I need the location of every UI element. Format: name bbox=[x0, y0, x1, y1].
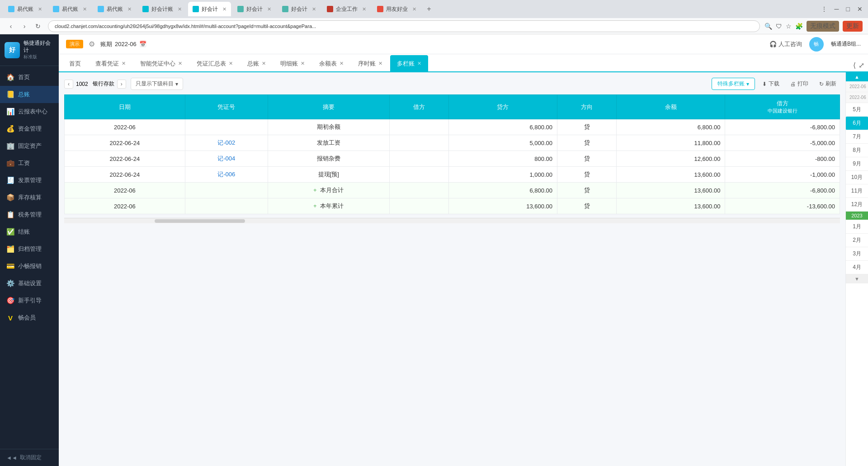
demo-badge[interactable]: 演示 bbox=[66, 40, 83, 48]
browser-tab-9[interactable]: 用友好业 ✕ bbox=[373, 2, 421, 16]
star-icon[interactable]: ☆ bbox=[786, 23, 792, 30]
tab-detail-ledger[interactable]: 明细账 ✕ bbox=[274, 55, 311, 71]
browser-tab-1[interactable]: 易代账 ✕ bbox=[4, 2, 47, 16]
close-tab-smart[interactable]: ✕ bbox=[178, 61, 182, 66]
date-item-july[interactable]: 7月 bbox=[846, 130, 868, 144]
close-tab-3[interactable]: ✕ bbox=[127, 6, 132, 12]
update-button[interactable]: 更新 bbox=[843, 21, 863, 32]
wumao-button[interactable]: 无痕模式 bbox=[807, 21, 839, 32]
sidebar-item-guide[interactable]: 🎯 新手引导 bbox=[0, 292, 59, 309]
tab-voucher[interactable]: 查看凭证 ✕ bbox=[89, 55, 132, 71]
close-tab-1[interactable]: ✕ bbox=[38, 6, 42, 12]
close-tab-multicolumn[interactable]: ✕ bbox=[417, 61, 421, 66]
date-panel-down-button[interactable]: ▼ bbox=[846, 274, 868, 283]
calendar-icon[interactable]: 📅 bbox=[139, 41, 146, 47]
download-button[interactable]: ⬇ 下载 bbox=[759, 78, 783, 89]
sidebar-item-funds[interactable]: 💰 资金管理 bbox=[0, 120, 59, 137]
cell-voucher-4[interactable]: 记-006 bbox=[185, 167, 268, 183]
sidebar-item-settings[interactable]: ⚙️ 基础设置 bbox=[0, 275, 59, 292]
close-tab-voucher[interactable]: ✕ bbox=[122, 61, 126, 66]
filter-subcategory-button[interactable]: 只显示下级科目 ▾ bbox=[131, 78, 183, 90]
sidebar-item-tax[interactable]: 📋 税务管理 bbox=[0, 206, 59, 223]
date-item-feb[interactable]: 2月 bbox=[846, 234, 868, 247]
sidebar-item-reports[interactable]: 📊 云报表中心 bbox=[0, 103, 59, 120]
sidebar-item-ledger[interactable]: 📒 总账 bbox=[0, 86, 59, 103]
tab-balance[interactable]: 余额表 ✕ bbox=[312, 55, 350, 71]
search-icon[interactable]: 🔍 bbox=[764, 23, 772, 30]
horizontal-scrollbar[interactable] bbox=[64, 218, 840, 223]
cell-voucher-3[interactable]: 记-004 bbox=[185, 151, 268, 167]
browser-tab-5[interactable]: 好会计 ✕ bbox=[188, 2, 231, 16]
collapse-left-icon[interactable]: ⟨ bbox=[853, 61, 856, 70]
browser-tab-3[interactable]: 易代账 ✕ bbox=[93, 2, 136, 16]
date-item-nov[interactable]: 11月 bbox=[846, 184, 868, 198]
extensions-icon[interactable]: 🧩 bbox=[795, 23, 803, 30]
close-tab-7[interactable]: ✕ bbox=[312, 6, 316, 12]
back-button[interactable]: ‹ bbox=[5, 21, 16, 32]
sidebar-item-expense[interactable]: 💳 小畅报销 bbox=[0, 258, 59, 275]
date-item-jan[interactable]: 1月 bbox=[846, 220, 868, 234]
topbar-settings-icon[interactable]: ⚙ bbox=[89, 40, 95, 48]
expand-icon[interactable]: ⤢ bbox=[859, 61, 864, 70]
close-tab-2[interactable]: ✕ bbox=[83, 6, 87, 12]
browser-tab-2[interactable]: 易代账 ✕ bbox=[48, 2, 91, 16]
sidebar-item-payroll[interactable]: 💼 工资 bbox=[0, 155, 59, 172]
date-item-apr[interactable]: 4月 bbox=[846, 261, 868, 274]
sidebar-item-inventory[interactable]: 📦 库存核算 bbox=[0, 189, 59, 206]
consult-button[interactable]: 🎧 人工咨询 bbox=[769, 40, 802, 48]
browser-tab-8[interactable]: 企业工作 ✕ bbox=[322, 2, 371, 16]
close-tab-chrono[interactable]: ✕ bbox=[378, 61, 382, 66]
sidebar-item-close[interactable]: ✅ 结账 bbox=[0, 223, 59, 240]
date-panel-up-button[interactable]: ▲ bbox=[846, 72, 868, 81]
close-tab-9[interactable]: ✕ bbox=[412, 6, 416, 12]
new-tab-button[interactable]: + bbox=[423, 3, 435, 15]
sidebar-item-settings-label: 基础设置 bbox=[18, 279, 42, 287]
close-tab-balance[interactable]: ✕ bbox=[340, 61, 344, 66]
date-item-dec[interactable]: 12月 bbox=[846, 198, 868, 212]
refresh-button[interactable]: ↻ 刷新 bbox=[816, 78, 840, 89]
close-tab-general[interactable]: ✕ bbox=[262, 61, 266, 66]
sidebar-item-assets[interactable]: 🏢 固定资产 bbox=[0, 137, 59, 155]
print-button[interactable]: 🖨 打印 bbox=[787, 78, 812, 89]
close-tab-4[interactable]: ✕ bbox=[178, 6, 182, 12]
date-item-may[interactable]: 5月 bbox=[846, 103, 868, 117]
restore-icon[interactable]: □ bbox=[844, 4, 852, 14]
close-tab-detail[interactable]: ✕ bbox=[301, 61, 305, 66]
tab-smart-voucher[interactable]: 智能凭证中心 ✕ bbox=[133, 55, 189, 71]
tab-home[interactable]: 首页 bbox=[62, 55, 88, 71]
sidebar-item-archive[interactable]: 🗂️ 归档管理 bbox=[0, 240, 59, 258]
close-tab-summary[interactable]: ✕ bbox=[229, 61, 233, 66]
url-input[interactable]: cloud2.chanjet.com/accounting/uh26t264j5… bbox=[48, 20, 760, 32]
date-item-june[interactable]: 6月 bbox=[846, 117, 868, 130]
close-window-icon[interactable]: ✕ bbox=[855, 4, 864, 14]
special-multicolumn-button[interactable]: 特殊多栏账 ▾ bbox=[712, 78, 755, 90]
tab-multicolumn[interactable]: 多栏账 ✕ bbox=[390, 55, 428, 71]
unpin-button[interactable]: ◄◄ 取消固定 bbox=[6, 454, 52, 461]
date-item-mar[interactable]: 3月 bbox=[846, 247, 868, 261]
tab-voucher-summary[interactable]: 凭证汇总表 ✕ bbox=[190, 55, 240, 71]
sidebar-item-membership[interactable]: V 畅会员 bbox=[0, 309, 59, 326]
browser-tab-7[interactable]: 好会计 ✕ bbox=[278, 2, 321, 16]
reload-button[interactable]: ↻ bbox=[33, 21, 43, 32]
tab-list-icon[interactable]: ⋮ bbox=[819, 4, 829, 14]
user-avatar[interactable]: 畅 bbox=[809, 37, 824, 52]
forward-button[interactable]: › bbox=[19, 21, 30, 32]
user-name[interactable]: 畅通通B组... bbox=[831, 40, 861, 48]
tab-general-ledger[interactable]: 总账 ✕ bbox=[241, 55, 273, 71]
prev-account-button[interactable]: ‹ bbox=[64, 80, 73, 89]
date-item-oct[interactable]: 10月 bbox=[846, 171, 868, 184]
close-tab-6[interactable]: ✕ bbox=[267, 6, 271, 12]
date-item-sep[interactable]: 9月 bbox=[846, 157, 868, 171]
minimize-icon[interactable]: ─ bbox=[833, 4, 841, 14]
browser-tab-6[interactable]: 好会计 ✕ bbox=[233, 2, 276, 16]
close-tab-5[interactable]: ✕ bbox=[222, 6, 226, 12]
browser-tab-4[interactable]: 好会计账 ✕ bbox=[138, 2, 186, 16]
sidebar-item-invoice[interactable]: 🧾 发票管理 bbox=[0, 172, 59, 189]
cell-voucher-2[interactable]: 记-002 bbox=[185, 135, 268, 151]
close-tab-8[interactable]: ✕ bbox=[362, 6, 366, 12]
date-item-aug[interactable]: 8月 bbox=[846, 144, 868, 157]
sidebar-item-home[interactable]: 🏠 首页 bbox=[0, 69, 59, 86]
period-value[interactable]: 2022-06 bbox=[115, 41, 137, 47]
next-account-button[interactable]: › bbox=[117, 80, 126, 89]
tab-chrono[interactable]: 序时账 ✕ bbox=[351, 55, 389, 71]
